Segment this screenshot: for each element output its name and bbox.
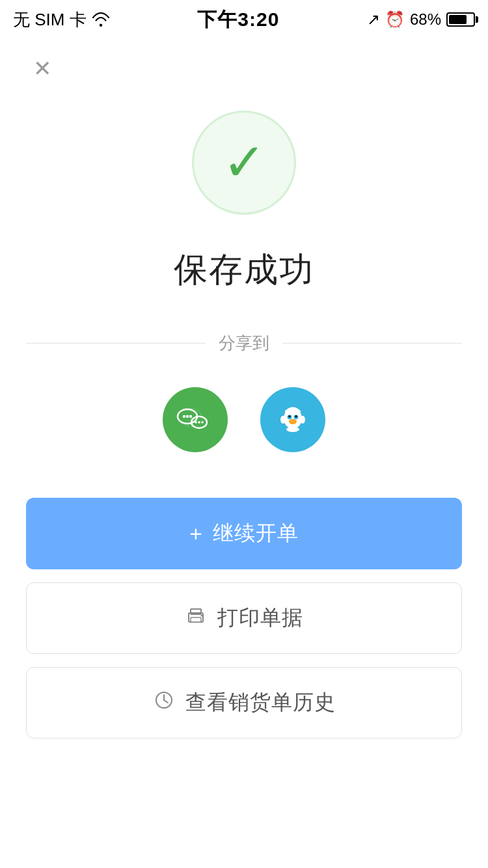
- success-circle: ✓: [192, 111, 296, 215]
- svg-point-7: [186, 415, 189, 418]
- continue-order-button[interactable]: + 继续开单: [26, 498, 462, 569]
- share-divider: 分享到: [26, 332, 462, 355]
- svg-point-6: [183, 415, 185, 418]
- history-icon: [153, 689, 175, 716]
- history-label: 查看销货单历史: [185, 688, 336, 717]
- svg-line-27: [164, 700, 168, 703]
- main-content: ✕ ✓ 保存成功 分享到: [0, 39, 488, 739]
- wifi-icon: [92, 12, 110, 27]
- svg-point-8: [189, 415, 192, 418]
- svg-point-20: [286, 427, 299, 432]
- svg-point-16: [295, 415, 297, 418]
- svg-point-10: [198, 421, 200, 424]
- svg-point-19: [300, 416, 305, 424]
- close-button[interactable]: ✕: [26, 52, 59, 85]
- svg-rect-23: [191, 617, 201, 622]
- divider-line-left: [26, 343, 206, 344]
- location-icon: ↗: [367, 10, 380, 29]
- print-label: 打印单据: [217, 604, 303, 632]
- share-icons-row: [163, 387, 325, 452]
- qq-icon: [273, 400, 312, 439]
- carrier-text: 无 SIM 卡: [13, 8, 87, 31]
- checkmark-icon: ✓: [223, 137, 266, 189]
- continue-order-icon: +: [189, 521, 202, 547]
- svg-point-18: [280, 416, 286, 424]
- close-icon: ✕: [33, 57, 51, 79]
- wechat-share-button[interactable]: [163, 387, 228, 452]
- success-title: 保存成功: [174, 247, 314, 293]
- battery-percent: 68%: [410, 10, 441, 29]
- close-button-wrap: ✕: [26, 52, 462, 85]
- svg-point-9: [195, 421, 197, 424]
- history-button[interactable]: 查看销货单历史: [26, 667, 462, 739]
- status-right: ↗ ⏰ 68%: [367, 10, 475, 29]
- print-button[interactable]: 打印单据: [26, 582, 462, 654]
- status-left: 无 SIM 卡: [13, 8, 110, 31]
- wechat-icon: [176, 400, 215, 439]
- share-label: 分享到: [219, 332, 269, 355]
- alarm-icon: ⏰: [385, 10, 405, 29]
- action-buttons: + 继续开单 打印单据: [26, 498, 462, 739]
- svg-point-24: [201, 615, 203, 617]
- svg-point-11: [201, 421, 204, 424]
- print-icon: [185, 604, 207, 632]
- svg-point-17: [289, 419, 297, 424]
- continue-order-label: 继续开单: [213, 519, 299, 548]
- svg-point-15: [288, 415, 291, 418]
- battery-icon: [446, 12, 475, 27]
- status-time: 下午3:20: [197, 7, 279, 33]
- qq-share-button[interactable]: [260, 387, 325, 452]
- status-bar: 无 SIM 卡 下午3:20 ↗ ⏰ 68%: [0, 0, 488, 39]
- divider-line-right: [282, 343, 462, 344]
